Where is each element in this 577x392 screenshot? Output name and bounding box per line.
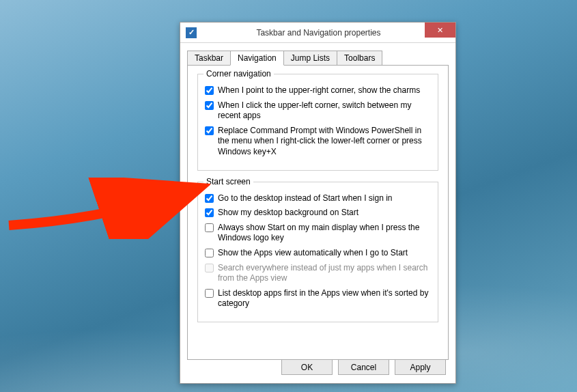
label-search-everywhere: Search everywhere instead of just my app… (218, 263, 431, 284)
option-corner-powershell: Replace Command Prompt with Windows Powe… (205, 126, 431, 158)
close-icon: ✕ (437, 26, 443, 35)
option-corner-recent-apps: When I click the upper-left corner, swit… (205, 100, 431, 122)
label-desktop-apps-first: List desktop apps first in the Apps view… (218, 288, 431, 309)
option-start-main-display: Always show Start on my main display whe… (205, 223, 431, 244)
tab-navigation[interactable]: Navigation (230, 51, 284, 66)
checkbox-corner-recent-apps[interactable] (205, 101, 214, 110)
group-legend-start: Start screen (203, 177, 253, 186)
option-desktop-signin: Go to the desktop instead of Start when … (205, 193, 431, 204)
window-title: Taskbar and Navigation properties (202, 28, 455, 38)
properties-dialog: Taskbar and Navigation properties ✕ Task… (180, 22, 456, 384)
tab-toolbars[interactable]: Toolbars (337, 51, 382, 66)
tab-content: Corner navigation When I point to the up… (187, 65, 449, 360)
group-legend-corner: Corner navigation (203, 69, 274, 79)
option-desktop-background: Show my desktop background on Start (205, 208, 431, 219)
tab-jumplists[interactable]: Jump Lists (283, 51, 337, 66)
titlebar: Taskbar and Navigation properties ✕ (180, 23, 455, 43)
option-search-everywhere: Search everywhere instead of just my app… (205, 263, 431, 284)
tab-area: Taskbar Navigation Jump Lists Toolbars C… (180, 43, 455, 360)
checkbox-corner-charms[interactable] (205, 86, 214, 95)
system-icon (186, 27, 197, 38)
option-corner-charms: When I point to the upper-right corner, … (205, 85, 431, 96)
option-desktop-apps-first: List desktop apps first in the Apps view… (205, 288, 431, 309)
label-apps-view-auto: Show the Apps view automatically when I … (218, 248, 408, 259)
cancel-button[interactable]: Cancel (338, 359, 389, 375)
close-button[interactable]: ✕ (425, 23, 455, 38)
checkbox-desktop-background[interactable] (205, 208, 214, 217)
tab-taskbar[interactable]: Taskbar (187, 51, 231, 66)
label-start-main-display: Always show Start on my main display whe… (218, 223, 431, 244)
checkbox-desktop-apps-first[interactable] (205, 289, 214, 298)
option-apps-view-auto: Show the Apps view automatically when I … (205, 248, 431, 259)
checkbox-apps-view-auto[interactable] (205, 249, 214, 257)
label-desktop-background: Show my desktop background on Start (218, 208, 358, 219)
label-desktop-signin: Go to the desktop instead of Start when … (218, 193, 393, 204)
apply-button[interactable]: Apply (395, 359, 446, 375)
group-corner-navigation: Corner navigation When I point to the up… (197, 74, 438, 171)
label-corner-charms: When I point to the upper-right corner, … (218, 85, 420, 96)
label-corner-recent-apps: When I click the upper-left corner, swit… (218, 100, 431, 122)
checkbox-start-main-display[interactable] (205, 223, 214, 232)
tab-strip: Taskbar Navigation Jump Lists Toolbars (187, 51, 449, 66)
checkbox-corner-powershell[interactable] (205, 126, 214, 135)
checkbox-desktop-signin[interactable] (205, 194, 214, 203)
ok-button[interactable]: OK (281, 359, 333, 375)
group-start-screen: Start screen Go to the desktop instead o… (197, 182, 438, 322)
dialog-buttons: OK Cancel Apply (281, 359, 446, 375)
label-corner-powershell: Replace Command Prompt with Windows Powe… (218, 126, 431, 158)
checkbox-search-everywhere (205, 264, 214, 272)
